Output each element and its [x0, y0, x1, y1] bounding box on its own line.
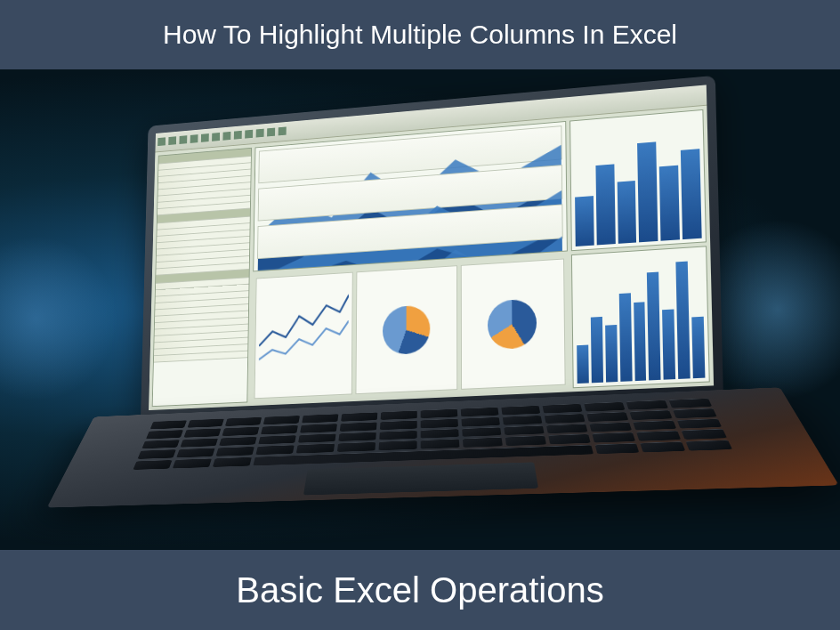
ribbon-icon: [168, 136, 176, 145]
ribbon-icon: [245, 130, 253, 139]
laptop-screen-frame: [141, 76, 723, 419]
ribbon-icon: [179, 135, 187, 144]
area-charts-pane: [253, 121, 568, 271]
bottom-title-text: Basic Excel Operations: [236, 570, 604, 610]
laptop-trackpad: [303, 462, 538, 495]
bar-chart-small: [569, 109, 707, 251]
bottom-title-bar: Basic Excel Operations: [0, 550, 840, 630]
bottom-charts-pane: [251, 254, 569, 402]
data-rows-pane: [152, 148, 252, 407]
ribbon-icon: [267, 128, 275, 137]
ribbon-icon: [190, 134, 198, 143]
pie-chart-icon: [383, 304, 430, 355]
bar-chart-large: [571, 246, 710, 388]
top-title-bar: How To Highlight Multiple Columns In Exc…: [0, 0, 840, 69]
hero-image: [0, 69, 840, 550]
pie-chart-mini: [460, 259, 565, 390]
laptop-screen: [149, 85, 714, 410]
pie-chart-mini: [356, 265, 457, 394]
ribbon-icon: [158, 137, 166, 146]
ribbon-icon: [279, 126, 287, 135]
ribbon-icon: [212, 133, 220, 141]
top-title-text: How To Highlight Multiple Columns In Exc…: [163, 20, 677, 50]
line-chart-mini: [254, 272, 353, 400]
spreadsheet-area: [149, 106, 714, 410]
ribbon-icon: [256, 129, 264, 138]
ribbon-icon: [234, 131, 242, 140]
ribbon-icon: [201, 133, 209, 142]
ribbon-icon: [222, 132, 230, 141]
right-charts-column: [569, 109, 710, 388]
laptop-illustration: [98, 69, 814, 550]
pie-chart-icon: [488, 298, 537, 350]
